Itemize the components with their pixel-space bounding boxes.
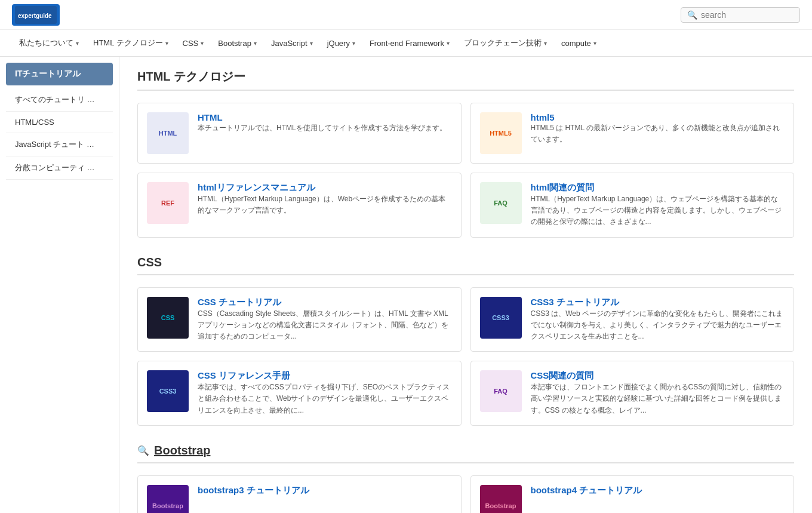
content-area: HTML テクノロジーHTMLHTML本チュートリアルでは、HTMLを使用してサ… [119, 57, 812, 513]
sidebar-header: ITチュートリアル [6, 63, 113, 85]
nav-item-CSS[interactable]: CSS▾ [176, 30, 211, 56]
search-wrapper[interactable]: 🔍 [681, 7, 800, 23]
chevron-down-icon: ▾ [165, 40, 168, 47]
cards-grid-html-tech: HTMLHTML本チュートリアルでは、HTMLを使用してサイトを作成する方法を学… [137, 103, 794, 238]
card-desc-htmlfaq: HTML（HyperText Markup Language）は、ウェブページを… [531, 193, 785, 228]
card-title-bootstrap3[interactable]: bootstrap3 チュートリアル [198, 485, 309, 495]
card-thumbnail-css-ref: CSS3 [147, 370, 189, 412]
logo[interactable]: expertguide [12, 4, 60, 26]
card-title-html5[interactable]: html5 [531, 112, 555, 122]
card-body-css-faq: CSS関連の質問本記事では、フロントエンド面接でよく聞かれるCSSの質問に対し、… [531, 370, 785, 416]
card-body-htmlref: htmlリファレンスマニュアルHTML（HyperText Markup Lan… [198, 182, 452, 216]
card-title-css-tutorial[interactable]: CSS チュートリアル [198, 297, 281, 307]
chevron-down-icon: ▾ [254, 40, 257, 47]
card-thumbnail-bootstrap4: Bootstrap [480, 485, 522, 513]
card-thumbnail-html5: HTML5 [480, 112, 522, 154]
card-body-css-ref: CSS リファレンス手册本記事では、すべてのCSSプロパティを掘り下げ、SEOの… [198, 370, 452, 416]
search-input[interactable] [701, 10, 793, 20]
cards-grid-bootstrap: Bootstrapbootstrap3 チュートリアルBootstrapboot… [137, 475, 794, 513]
card-body-html: HTML本チュートリアルでは、HTMLを使用してサイトを作成する方法を学びます。 [198, 112, 452, 134]
card-css-ref[interactable]: CSS3CSS リファレンス手册本記事では、すべてのCSSプロパティを掘り下げ、… [137, 361, 462, 426]
card-html[interactable]: HTMLHTML本チュートリアルでは、HTMLを使用してサイトを作成する方法を学… [137, 103, 462, 164]
nav-item-私たちについて[interactable]: 私たちについて▾ [12, 30, 86, 56]
chevron-down-icon: ▾ [544, 40, 547, 47]
card-htmlfaq[interactable]: FAQhtml関連の質問HTML（HyperText Markup Langua… [470, 173, 795, 238]
section-title-html-tech: HTML テクノロジー [137, 69, 794, 91]
card-thumbnail-css-tutorial: CSS [147, 297, 189, 339]
card-thumbnail-html: HTML [147, 112, 189, 154]
card-body-htmlfaq: html関連の質問HTML（HyperText Markup Language）… [531, 182, 785, 228]
card-desc-css-tutorial: CSS（Cascading Style Sheets、層積スタイルシート）は、H… [198, 308, 452, 343]
card-thumbnail-htmlref: REF [147, 182, 189, 224]
card-title-htmlfaq[interactable]: html関連の質問 [531, 182, 595, 192]
chevron-down-icon: ▾ [310, 40, 313, 47]
nav-item-Bootstrap[interactable]: Bootstrap▾ [211, 30, 264, 56]
nav-item-Front-end-Framework[interactable]: Front-end Framework▾ [362, 30, 457, 56]
nav-item-compute[interactable]: compute▾ [554, 30, 604, 56]
card-css3-tutorial[interactable]: CSS3CSS3 チュートリアルCSS3 は、Web ページのデザインに革命的な… [470, 287, 795, 352]
card-desc-css3-tutorial: CSS3 は、Web ページのデザインに革命的な変化をもたらし、開発者にこれまで… [531, 308, 785, 343]
card-bootstrap3[interactable]: Bootstrapbootstrap3 チュートリアル [137, 475, 462, 513]
card-title-bootstrap4[interactable]: bootstrap4 チュートリアル [531, 485, 642, 495]
card-css-tutorial[interactable]: CSSCSS チュートリアルCSS（Cascading Style Sheets… [137, 287, 462, 352]
card-body-html5: html5HTML5 は HTML の最新バージョンであり、多くの新機能と改良点… [531, 112, 785, 145]
card-title-css-faq[interactable]: CSS関連の質問 [531, 370, 594, 380]
card-thumbnail-css-faq: FAQ [480, 370, 522, 412]
sidebar-item[interactable]: JavaScript チュート … [6, 133, 113, 156]
chevron-down-icon: ▾ [593, 40, 596, 47]
nav-item-jQuery[interactable]: jQuery▾ [320, 30, 362, 56]
card-thumbnail-htmlfaq: FAQ [480, 182, 522, 224]
svg-text:expertguide: expertguide [18, 13, 52, 19]
sidebar: ITチュートリアル すべてのチュートリ …HTML/CSSJavaScript … [0, 57, 119, 513]
chevron-down-icon: ▾ [76, 40, 79, 47]
section-title-text: Bootstrap [154, 444, 210, 457]
sidebar-item[interactable]: 分散コンピューティ … [6, 156, 113, 180]
card-body-bootstrap3: bootstrap3 チュートリアル [198, 485, 452, 496]
card-desc-css-ref: 本記事では、すべてのCSSプロパティを掘り下げ、SEOのベストプラクティスと組み… [198, 382, 452, 416]
card-desc-htmlref: HTML（HyperText Markup Language）は、Webページを… [198, 193, 452, 216]
card-desc-html: 本チュートリアルでは、HTMLを使用してサイトを作成する方法を学びます。 [198, 122, 452, 134]
search-icon: 🔍 [137, 445, 149, 456]
logo-image: expertguide [12, 4, 60, 26]
chevron-down-icon: ▾ [352, 40, 355, 47]
card-desc-css-faq: 本記事では、フロントエンド面接でよく聞かれるCSSの質問に対し、信頼性の高い学習… [531, 382, 785, 416]
main-nav: 私たちについて▾HTML テクノロジー▾CSS▾Bootstrap▾JavaSc… [0, 30, 812, 57]
header: expertguide 🔍 [0, 0, 812, 30]
nav-item-ブロックチェーン技術[interactable]: ブロックチェーン技術▾ [457, 30, 554, 56]
card-bootstrap4[interactable]: Bootstrapbootstrap4 チュートリアル [470, 475, 795, 513]
card-desc-html5: HTML5 は HTML の最新バージョンであり、多くの新機能と改良点が追加され… [531, 122, 785, 145]
nav-item-JavaScript[interactable]: JavaScript▾ [264, 30, 320, 56]
chevron-down-icon: ▾ [447, 40, 450, 47]
section-title-bootstrap: 🔍Bootstrap [137, 444, 794, 463]
card-body-css-tutorial: CSS チュートリアルCSS（Cascading Style Sheets、層積… [198, 297, 452, 343]
chevron-down-icon: ▾ [201, 40, 204, 47]
nav-item-HTML-テクノロジー[interactable]: HTML テクノロジー▾ [86, 30, 176, 56]
card-title-html[interactable]: HTML [198, 112, 223, 122]
search-icon: 🔍 [687, 10, 697, 20]
card-thumbnail-bootstrap3: Bootstrap [147, 485, 189, 513]
card-title-htmlref[interactable]: htmlリファレンスマニュアル [198, 182, 315, 192]
card-html5[interactable]: HTML5html5HTML5 は HTML の最新バージョンであり、多くの新機… [470, 103, 795, 164]
card-css-faq[interactable]: FAQCSS関連の質問本記事では、フロントエンド面接でよく聞かれるCSSの質問に… [470, 361, 795, 426]
card-body-css3-tutorial: CSS3 チュートリアルCSS3 は、Web ページのデザインに革命的な変化をも… [531, 297, 785, 343]
card-title-css3-tutorial[interactable]: CSS3 チュートリアル [531, 297, 619, 307]
card-title-css-ref[interactable]: CSS リファレンス手册 [198, 370, 290, 380]
card-thumbnail-css3-tutorial: CSS3 [480, 297, 522, 339]
main-layout: ITチュートリアル すべてのチュートリ …HTML/CSSJavaScript … [0, 57, 812, 513]
section-title-css: CSS [137, 256, 794, 275]
card-htmlref[interactable]: REFhtmlリファレンスマニュアルHTML（HyperText Markup … [137, 173, 462, 238]
cards-grid-css: CSSCSS チュートリアルCSS（Cascading Style Sheets… [137, 287, 794, 426]
sidebar-item[interactable]: すべてのチュートリ … [6, 88, 113, 112]
sidebar-item[interactable]: HTML/CSS [6, 112, 113, 133]
card-body-bootstrap4: bootstrap4 チュートリアル [531, 485, 785, 496]
